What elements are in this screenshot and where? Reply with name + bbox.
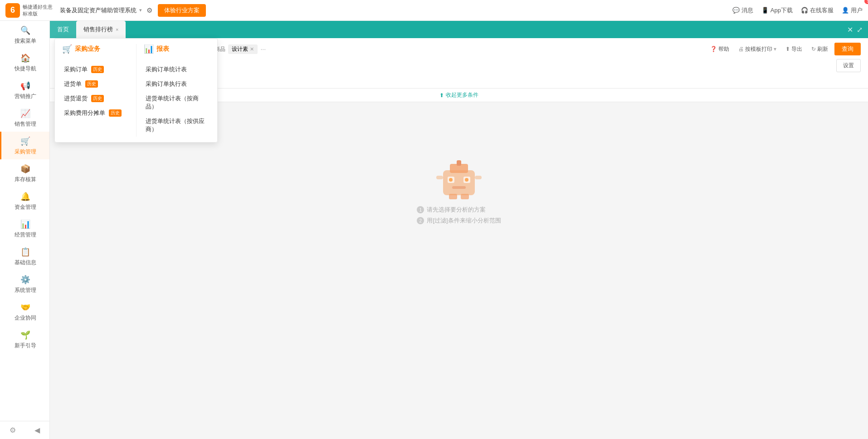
export-btn[interactable]: ⬆ 导出: [783, 44, 805, 54]
tab-close-icon[interactable]: ×: [116, 27, 118, 32]
sidebar-item-purchase[interactable]: 🛒 采购管理: [0, 132, 49, 159]
menu-item-goods-receipt[interactable]: 进货单 历史: [62, 77, 129, 91]
product-tag-remove-icon[interactable]: ✕: [250, 46, 254, 52]
empty-hint-2-text: 用[过滤]条件来缩小分析范围: [427, 217, 501, 225]
product-filter-area: 商品 设计素 ✕ ···: [215, 44, 702, 54]
online-service-btn[interactable]: 🎧 在线客服: [801, 6, 834, 15]
refresh-btn[interactable]: ↻ 刷新: [809, 44, 831, 54]
collapse-label: 收起更多条件: [446, 91, 478, 99]
help-btn[interactable]: ❓ 帮助: [707, 44, 732, 54]
sidebar-settings-btn[interactable]: ⚙: [10, 426, 16, 434]
svg-rect-2: [457, 160, 461, 166]
refresh-label: 刷新: [817, 45, 828, 53]
print-btn[interactable]: 🖨 按模板打印 ▾: [736, 44, 779, 54]
inventory-icon: 📦: [20, 164, 30, 174]
menu-item-purchase-order[interactable]: 采购订单 历史: [62, 62, 129, 77]
tab-sales-ranking[interactable]: 销售排行榜 ×: [76, 21, 126, 38]
system-settings-icon[interactable]: ⚙: [146, 6, 152, 15]
guide-icon: 🌱: [20, 330, 30, 340]
user-label: 用户: [851, 6, 863, 15]
purchase-col-title-label: 采购业务: [75, 45, 100, 53]
app-download-label: App下载: [770, 6, 793, 15]
sidebar-label-operation: 经营管理: [15, 231, 36, 239]
sidebar: 🔍 搜索菜单 🏠 快捷导航 📢 营销推广 📈 销售管理 🛒 采购管理 📦 库存核…: [0, 21, 50, 439]
basic-info-icon: 📋: [20, 247, 30, 257]
topbar: 6 畅捷通好生意 标准版 装备及固定资产辅助管理系统 ▾ ⚙ 体验行业方案 💬 …: [0, 0, 868, 21]
sidebar-item-quick-nav[interactable]: 🏠 快捷导航: [0, 49, 49, 76]
tab-home[interactable]: 首页: [50, 21, 76, 38]
sidebar-label-system: 系统管理: [15, 286, 36, 294]
export-icon: ⬆: [785, 46, 790, 52]
empty-hint-1: 1 请先选择要分析的方案: [417, 206, 486, 214]
tab-expand-icon[interactable]: ⤢: [857, 25, 863, 34]
query-btn[interactable]: 查询: [834, 43, 861, 55]
print-arrow-icon: ▾: [774, 46, 776, 52]
sidebar-item-guide[interactable]: 🌱 新手引导: [0, 326, 49, 353]
purchase-dropdown-menu: 🛒 采购业务 采购订单 历史 进货单 历史 进货退货 历史 采购费用分摊单 历史: [54, 38, 218, 143]
sidebar-item-sales[interactable]: 📈 销售管理: [0, 104, 49, 132]
sidebar-label-search: 搜索菜单: [15, 37, 36, 45]
purchase-menu-icon: 🛒: [62, 44, 72, 54]
sidebar-label-basic-info: 基础信息: [15, 259, 36, 266]
svg-rect-0: [443, 170, 475, 195]
sidebar-label-marketing: 营销推广: [15, 93, 36, 100]
tabbar: 首页 销售排行榜 × ✕ ⤢: [50, 21, 868, 38]
svg-point-5: [449, 178, 453, 182]
menu-item-purchase-order-stats[interactable]: 采购订单统计表: [144, 62, 210, 77]
sidebar-item-basic-info[interactable]: 📋 基础信息: [0, 242, 49, 270]
message-badge: 9: [864, 0, 868, 4]
sales-ranking-label: 销售排行榜: [83, 25, 113, 34]
headset-icon: 🎧: [801, 7, 808, 14]
step2-dot: 2: [417, 217, 424, 224]
help-icon: ❓: [710, 46, 717, 52]
sidebar-item-marketing[interactable]: 📢 营销推广: [0, 76, 49, 104]
tab-minimize-icon[interactable]: ✕: [847, 25, 853, 34]
purchase-order-stats-label: 采购订单统计表: [146, 65, 187, 74]
purchase-order-exec-label: 采购订单执行表: [146, 80, 187, 88]
user-avatar: 👤: [842, 7, 849, 14]
goods-return-label: 进货退货: [64, 94, 88, 103]
history-badge-4: 历史: [109, 109, 122, 117]
menu-item-goods-return[interactable]: 进货退货 历史: [62, 91, 129, 106]
sidebar-item-inventory[interactable]: 📦 库存核算: [0, 159, 49, 187]
toolbar-right: ❓ 帮助 🖨 按模板打印 ▾ ⬆ 导出 ↻: [707, 43, 861, 55]
settings-btn[interactable]: 设置: [836, 59, 861, 72]
user-btn[interactable]: 👤 用户: [842, 6, 863, 15]
sidebar-item-system[interactable]: ⚙️ 系统管理: [0, 270, 49, 298]
robot-svg: [432, 157, 486, 202]
sidebar-label-inventory: 库存核算: [15, 176, 36, 183]
system-arrow-icon[interactable]: ▾: [139, 7, 142, 13]
menu-item-goods-receipt-stats-product[interactable]: 进货单统计表（按商品）: [144, 91, 210, 114]
menu-col-reports: 📊 报表 采购订单统计表 采购订单执行表 进货单统计表（按商品） 进货单统计表（…: [136, 44, 218, 137]
purchase-order-label: 采购订单: [64, 65, 88, 74]
purchase-cost-label: 采购费用分摊单: [64, 109, 105, 117]
sidebar-label-quick-nav: 快捷导航: [15, 65, 36, 73]
product-tag-label: 设计素: [232, 45, 248, 53]
sidebar-item-search[interactable]: 🔍 搜索菜单: [0, 21, 49, 49]
sidebar-collapse-btn[interactable]: ◀: [34, 426, 40, 434]
product-more-icon[interactable]: ···: [260, 45, 266, 53]
menu-item-goods-receipt-stats-supplier[interactable]: 进货单统计表（按供应商）: [144, 114, 210, 137]
sidebar-label-purchase: 采购管理: [15, 148, 36, 156]
salesperson-filter-area: 业务员 ···: [135, 62, 831, 69]
step1-dot: 1: [417, 206, 424, 213]
message-btn[interactable]: 💬 消息 9: [732, 6, 753, 15]
sidebar-item-finance[interactable]: 🔔 资金管理: [0, 187, 49, 215]
help-label: 帮助: [718, 45, 729, 53]
sidebar-label-finance: 资金管理: [15, 203, 36, 211]
sidebar-bottom: ⚙ ◀: [0, 421, 49, 439]
online-service-label: 在线客服: [810, 6, 834, 15]
operation-icon: 📊: [20, 219, 30, 229]
svg-point-6: [465, 178, 468, 182]
menu-item-purchase-cost[interactable]: 采购费用分摊单 历史: [62, 106, 129, 120]
sidebar-item-cooperation[interactable]: 🤝 企业协同: [0, 298, 49, 326]
sidebar-item-operation[interactable]: 📊 经营管理: [0, 215, 49, 242]
app-download-btn[interactable]: 📱 App下载: [761, 6, 793, 15]
svg-rect-11: [461, 194, 469, 199]
tab-actions: ✕ ⤢: [847, 21, 868, 38]
home-icon: 🏠: [20, 53, 30, 63]
menu-item-purchase-order-exec[interactable]: 采购订单执行表: [144, 77, 210, 91]
sales-icon: 📈: [20, 109, 30, 118]
industry-btn[interactable]: 体验行业方案: [158, 4, 206, 17]
reports-col-title: 📊 报表: [144, 44, 210, 57]
